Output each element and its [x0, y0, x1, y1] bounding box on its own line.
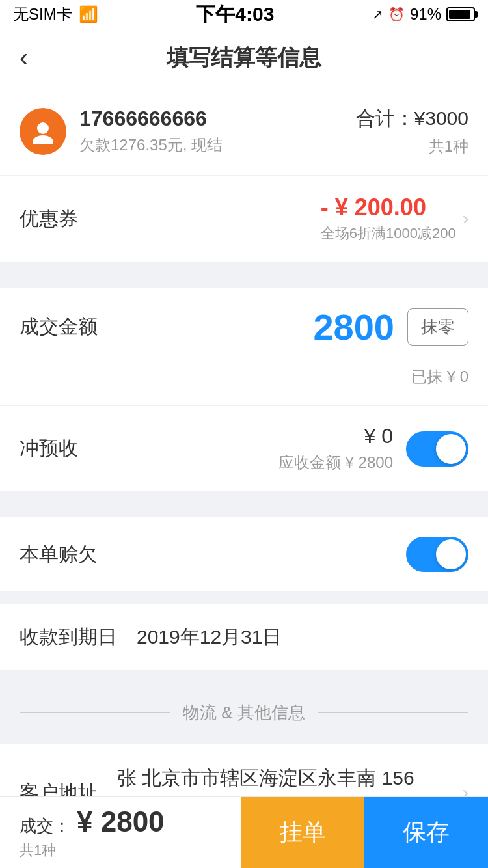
hang-button[interactable]: 挂单	[241, 797, 364, 869]
deal-right: 2800 抹零	[313, 306, 468, 348]
prepaid-amount: ¥ 0	[278, 424, 393, 448]
customer-right: 合计：¥3000 共1种	[356, 105, 468, 157]
avatar	[20, 108, 66, 155]
nav-bar: ‹ 填写结算等信息	[0, 29, 488, 87]
coupon-right: - ¥ 200.00 全场6折满1000减200 ›	[321, 194, 468, 243]
bottom-count: 共1种	[20, 841, 221, 860]
coupon-amount: - ¥ 200.00	[321, 194, 456, 221]
prepaid-receivable: 应收金额 ¥ 2800	[278, 452, 393, 473]
prepaid-right: ¥ 0 应收金额 ¥ 2800	[278, 424, 468, 473]
chevron-right-icon: ›	[463, 208, 468, 229]
customer-row: 17666666666 欠款1276.35元, 现结 合计：¥3000 共1种	[0, 87, 488, 175]
wifi-icon: 📶	[79, 5, 98, 23]
logistics-section-header: 物流 & 其他信息	[0, 683, 488, 742]
debt-row: 本单赊欠	[0, 517, 488, 591]
deal-amount-label: 成交金额	[20, 314, 98, 340]
save-button[interactable]: 保存	[364, 797, 488, 869]
round-zero-button[interactable]: 抹零	[407, 308, 468, 346]
prepaid-value-block: ¥ 0 应收金额 ¥ 2800	[278, 424, 393, 473]
total-amount: 合计：¥3000	[356, 105, 468, 132]
status-time: 下午4:03	[196, 1, 274, 28]
deal-sub-row: 已抹 ¥ 0	[0, 366, 488, 405]
customer-left: 17666666666 欠款1276.35元, 现结	[20, 107, 223, 156]
back-button[interactable]: ‹	[20, 43, 59, 72]
bottom-summary-top: 成交： ¥ 2800	[20, 806, 221, 838]
prepaid-toggle[interactable]	[406, 431, 468, 467]
bottom-deal-amount: ¥ 2800	[77, 806, 165, 838]
total-count: 共1种	[356, 136, 468, 157]
section-line-right	[318, 712, 468, 713]
deal-amount-section: 成交金额 2800 抹零 已抹 ¥ 0 冲预收 ¥ 0 应收金额 ¥ 2800	[0, 288, 488, 491]
svg-point-0	[37, 122, 49, 134]
alarm-icon: ⏰	[388, 7, 405, 22]
toggle-knob	[436, 434, 466, 464]
battery-percent: 91%	[410, 5, 441, 23]
status-bar: 无SIM卡 📶 下午4:03 ↗ ⏰ 91%	[0, 0, 488, 29]
status-right: ↗ ⏰ 91%	[372, 5, 475, 23]
due-date-row: 收款到期日 2019年12月31日	[0, 604, 488, 670]
deal-amount-value: 2800	[313, 306, 394, 348]
carrier-text: 无SIM卡	[13, 4, 72, 25]
divider-1	[0, 275, 488, 288]
page-title: 填写结算等信息	[167, 43, 321, 73]
bottom-bar: 成交： ¥ 2800 共1种 挂单 保存	[0, 796, 488, 868]
customer-card: 17666666666 欠款1276.35元, 现结 合计：¥3000 共1种 …	[0, 87, 488, 262]
due-date-label: 收款到期日	[20, 624, 117, 651]
location-icon: ↗	[372, 7, 383, 22]
bottom-deal-label: 成交：	[20, 815, 70, 837]
coupon-desc: 全场6折满1000减200	[321, 224, 456, 243]
due-date-value: 2019年12月31日	[137, 624, 282, 651]
customer-info-text: 17666666666 欠款1276.35元, 现结	[79, 107, 223, 156]
debt-label: 本单赊欠	[20, 541, 98, 568]
coupon-row[interactable]: 优惠券 - ¥ 200.00 全场6折满1000减200 ›	[0, 175, 488, 262]
status-left: 无SIM卡 📶	[13, 4, 98, 25]
debt-toggle-knob	[436, 539, 466, 569]
battery-icon	[446, 7, 475, 21]
customer-debt-note: 欠款1276.35元, 现结	[79, 135, 223, 156]
prepaid-label: 冲预收	[20, 435, 78, 462]
bottom-summary: 成交： ¥ 2800 共1种	[0, 806, 241, 860]
svg-point-1	[33, 135, 53, 144]
coupon-label: 优惠券	[20, 206, 78, 232]
prepaid-row: 冲预收 ¥ 0 应收金额 ¥ 2800	[0, 405, 488, 491]
content-area: 17666666666 欠款1276.35元, 现结 合计：¥3000 共1种 …	[0, 87, 488, 868]
customer-phone: 17666666666	[79, 107, 223, 131]
deal-amount-row: 成交金额 2800 抹零	[0, 288, 488, 366]
divider-2	[0, 504, 488, 517]
coupon-info: - ¥ 200.00 全场6折满1000减200	[321, 194, 456, 243]
section-line-left	[20, 712, 170, 713]
debt-toggle[interactable]	[406, 537, 468, 572]
logistics-label: 物流 & 其他信息	[183, 701, 305, 724]
